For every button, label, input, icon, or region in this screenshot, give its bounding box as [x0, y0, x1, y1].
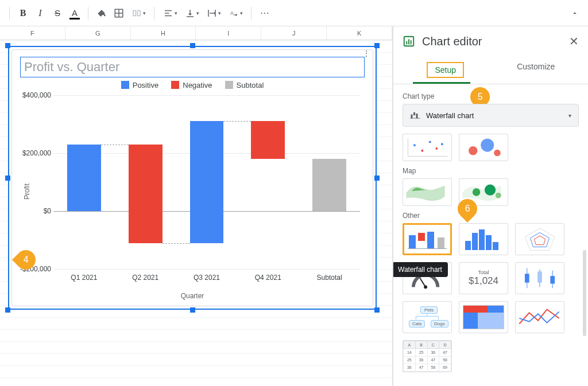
bold-button[interactable]: B — [16, 6, 30, 21]
legend-item-negative: Negative — [171, 81, 212, 89]
x-tick-label: Q1 2021 — [71, 274, 97, 282]
column-headers: F G H I J K — [0, 26, 392, 40]
x-tick-label: Q3 2021 — [194, 274, 220, 282]
chart-thumb-scatter[interactable] — [403, 134, 452, 161]
svg-point-23 — [473, 188, 480, 196]
chart-plot-area: -$200,000$0$200,000$400,000Q1 2021Q2 202… — [53, 95, 360, 269]
resize-handle[interactable] — [5, 176, 10, 181]
chart-thumb-geo[interactable] — [403, 178, 452, 206]
col-header[interactable]: H — [131, 26, 196, 40]
svg-rect-36 — [550, 276, 555, 284]
y-tick-label: $0 — [20, 207, 51, 215]
chart-editor-icon — [403, 35, 415, 48]
chart-type-dropdown[interactable]: Waterfall chart ▾ — [403, 104, 579, 127]
panel-title: Chart editor — [422, 35, 482, 48]
chart-thumb-org[interactable]: Pets Cats Dogs — [403, 301, 452, 333]
resize-handle[interactable] — [5, 43, 10, 48]
tooltip-waterfall: Waterfall chart — [393, 262, 448, 277]
embedded-chart[interactable]: ⋮ Positive Negative Subtotal Profit -$20… — [8, 46, 377, 310]
x-tick-label: Subtotal — [317, 274, 342, 282]
chart-thumb-table[interactable]: ABCD 142536472536475836475869 — [403, 340, 452, 372]
chart-thumb-waterfall[interactable] — [403, 223, 452, 255]
app-root: B I S A ▾ ▾ ▾ ▾ A▾ ⋯ — [0, 0, 588, 386]
chart-legend: Positive Negative Subtotal — [20, 81, 365, 89]
chart-thumb-histogram[interactable] — [459, 223, 508, 255]
svg-point-24 — [485, 185, 496, 196]
svg-point-19 — [441, 143, 443, 145]
svg-rect-11 — [416, 114, 418, 118]
vertical-align-button[interactable]: ▾ — [182, 6, 202, 21]
x-axis-title: Quarter — [20, 292, 365, 300]
text-rotation-button[interactable]: A▾ — [226, 6, 245, 21]
x-tick-label: Q2 2021 — [132, 274, 158, 282]
group-label-other: Other — [403, 212, 579, 220]
svg-point-21 — [481, 139, 494, 152]
svg-point-22 — [494, 150, 501, 157]
resize-handle[interactable] — [190, 307, 195, 313]
svg-rect-6 — [406, 41, 407, 45]
horizontal-align-button[interactable]: ▾ — [160, 6, 180, 21]
text-wrap-button[interactable]: ▾ — [204, 6, 223, 21]
legend-item-subtotal: Subtotal — [225, 81, 264, 89]
col-header[interactable]: I — [196, 26, 261, 40]
borders-button[interactable] — [111, 6, 126, 21]
svg-point-18 — [435, 147, 438, 150]
close-panel-button[interactable]: ✕ — [569, 34, 579, 48]
svg-rect-9 — [411, 115, 413, 119]
chart-title-input[interactable] — [20, 57, 365, 77]
waterfall-bar — [312, 159, 346, 211]
chart-menu-icon[interactable]: ⋮ — [362, 52, 370, 54]
resize-handle[interactable] — [374, 307, 380, 313]
text-color-button[interactable]: A — [67, 6, 82, 21]
svg-point-17 — [429, 141, 431, 143]
svg-text:A: A — [230, 10, 234, 16]
merge-cells-button[interactable]: ▾ — [129, 6, 148, 21]
svg-rect-7 — [408, 39, 409, 44]
col-header[interactable]: K — [327, 26, 392, 40]
chart-thumb-radar[interactable] — [515, 223, 564, 255]
svg-point-30 — [424, 286, 427, 289]
resize-handle[interactable] — [374, 176, 380, 181]
resize-handle[interactable] — [374, 43, 380, 48]
col-header[interactable]: G — [65, 26, 131, 40]
chart-thumb-bubble[interactable] — [459, 134, 508, 161]
svg-rect-32 — [525, 274, 529, 282]
strikethrough-button[interactable]: S — [50, 6, 65, 21]
x-tick-label: Q4 2021 — [255, 274, 281, 282]
chart-editor-panel: Chart editor ✕ Setup Customize 5 Chart t… — [393, 26, 588, 386]
chart-thumb-treemap[interactable] — [459, 301, 508, 333]
waterfall-bar — [67, 145, 101, 211]
italic-button[interactable]: I — [33, 6, 48, 21]
svg-point-16 — [421, 150, 423, 152]
spreadsheet-area[interactable]: F G H I J K ⋮ — [0, 26, 393, 386]
tab-customize[interactable]: Customize — [491, 56, 582, 84]
svg-marker-28 — [534, 236, 545, 244]
svg-rect-34 — [537, 271, 542, 282]
waterfall-bar — [251, 121, 285, 159]
col-header[interactable]: J — [261, 26, 327, 40]
y-tick-label: $200,000 — [20, 149, 51, 157]
svg-point-20 — [469, 146, 477, 155]
chart-thumb-scorecard[interactable]: Total $1,024 — [459, 262, 508, 294]
tab-setup[interactable]: Setup — [400, 56, 491, 84]
group-label-map: Map — [403, 167, 579, 175]
col-header[interactable]: F — [0, 26, 65, 40]
resize-handle[interactable] — [190, 43, 195, 48]
chart-card: ⋮ Positive Negative Subtotal Profit -$20… — [11, 49, 373, 306]
fill-color-button[interactable] — [94, 6, 109, 21]
collapse-toolbar-button[interactable] — [567, 6, 582, 21]
chart-thumb-timeline[interactable] — [515, 301, 564, 333]
chart-type-label: Chart type — [403, 92, 579, 100]
more-toolbar-button[interactable]: ⋯ — [257, 6, 272, 21]
waterfall-bar — [129, 145, 163, 243]
svg-point-15 — [413, 144, 416, 146]
waterfall-icon — [410, 111, 420, 119]
chart-type-value: Waterfall chart — [426, 111, 474, 120]
svg-rect-8 — [411, 40, 412, 44]
chart-thumb-candlestick[interactable] — [515, 262, 564, 294]
resize-handle[interactable] — [5, 307, 10, 313]
svg-point-0 — [104, 14, 106, 16]
y-axis-title: Profit — [23, 183, 31, 199]
panel-scrollbar[interactable] — [583, 67, 586, 380]
waterfall-bar — [190, 121, 224, 243]
